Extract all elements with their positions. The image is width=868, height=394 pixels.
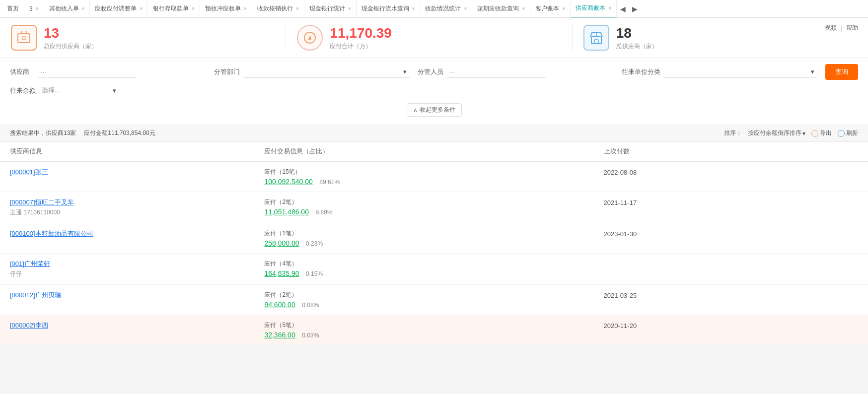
query-button[interactable]: 查询 [825,64,858,80]
close-icon[interactable]: × [296,6,299,11]
supplier-label: 供应商 [10,67,35,76]
nav-arrow-right[interactable]: ▶ [629,0,641,18]
nav-tab-prepay[interactable]: 预收冲应收单 × [200,0,252,18]
trans-amount-row: 100,092,540.00 89.61% [264,178,603,186]
nav-tab-bank-deposit[interactable]: 银行存取款单 × [148,0,200,18]
result-amount-text: 应付金额111,703,854.00元 [84,129,155,137]
category-label: 往来单位分类 [622,67,660,76]
close-icon[interactable]: × [82,6,85,11]
nav-tab-customer-ledger[interactable]: 客户账本 × [530,0,571,18]
supplier-input[interactable] [38,66,137,78]
nav-tab-home-label: 首页 [7,4,19,13]
trans-amount-link[interactable]: 94,600.00 [264,301,295,309]
export-button[interactable]: 导出 [811,129,832,137]
close-icon[interactable]: × [140,6,143,11]
supplier-link[interactable]: [000100]本特勤油品有限公司 [10,229,264,238]
close-icon[interactable]: × [36,6,39,11]
chevron-down-icon: ▾ [811,68,814,75]
balance-select[interactable]: 选择... ▾ [39,84,119,97]
trans-pct: 0.23% [306,240,323,247]
trans-label: 应付（5笔） [264,321,603,329]
transaction-cell: 应付（2笔） 11,051,486.00 9.89% [264,198,603,216]
trans-amount-link[interactable]: 100,092,540.00 [264,178,312,186]
help-link[interactable]: 帮助 [846,24,858,32]
close-icon[interactable]: × [464,6,467,11]
payable-total-value: 11,170.39 [330,25,392,42]
supplier-link[interactable]: [000007]恒旺二手叉车 [10,198,264,207]
trans-amount-link[interactable]: 258,000.00 [264,239,299,247]
close-icon[interactable]: × [348,6,351,11]
nav-tab-adjustment[interactable]: 应收应付调整单 × [90,0,148,18]
supplier-info-cell: [000100]本特勤油品有限公司 [10,229,264,238]
supplier-info-cell: [000001]张三 [10,168,264,177]
refresh-icon [838,130,845,137]
data-table: 供应商信息 应付交易信息（占比） 上次付数 [000001]张三 应付（15笔）… [0,142,868,345]
trans-amount-link[interactable]: 164,635.90 [264,269,299,277]
nav-tab-cash-flow-label: 现金银行流水查询 [362,4,409,13]
filter-item-supplier: 供应商 [10,66,206,78]
supplier-link[interactable]: [001]广州荣轩 [10,260,264,268]
summary-item-total-suppliers: 18 总供应商（家） [573,24,858,52]
person-input[interactable] [446,66,546,78]
table-row: [001]广州荣轩 仔仔 应付（4笔） 164,635.90 0.15% [0,254,868,285]
trans-amount-row: 94,600.00 0.08% [264,301,603,309]
filter-item-department: 分管部门 ▾ [214,66,410,78]
sort-chevron-icon: ▾ [802,130,805,137]
supplier-info-cell: [000012]广州贝瑞 [10,291,264,300]
nav-tab-cash-flow[interactable]: 现金银行流水查询 × [357,0,421,18]
nav-tab-overdue[interactable]: 超期应收款查询 × [472,0,530,18]
supplier-link[interactable]: [000002]李四 [10,321,264,330]
col-header-lastpay: 上次付数 [604,147,858,156]
export-icon [811,130,818,137]
close-icon[interactable]: × [192,6,195,11]
arrow-left-icon: ◀ [620,5,626,13]
close-icon[interactable]: × [608,5,611,11]
nav-tab-cash-stats[interactable]: 现金银行统计 × [304,0,357,18]
close-icon[interactable]: × [562,6,565,11]
nav-tab-collection[interactable]: 收款核销执行 × [252,0,304,18]
lastpay-cell: 2020-11-20 [604,321,858,329]
trans-amount-link[interactable]: 32,366.00 [264,331,295,339]
svg-rect-1 [22,37,25,40]
nav-tab-home[interactable]: 首页 [2,0,24,18]
close-icon[interactable]: × [522,6,525,11]
nav-tab-other-income[interactable]: 其他收入单 × [44,0,90,18]
nav-tab-collection-stats[interactable]: 收款情况统计 × [420,0,472,18]
trans-amount-row: 11,051,486.00 9.89% [264,208,603,216]
nav-tab-3[interactable]: 3 × [24,0,44,18]
total-suppliers-count: 18 [616,25,658,42]
trans-label: 应付（1笔） [264,229,603,238]
filter-item-balance: 往来余额 选择... ▾ [10,84,119,97]
supplier-link[interactable]: [000001]张三 [10,168,264,177]
sort-prefix: 排序： [724,129,742,137]
department-select[interactable]: ▾ [243,66,410,78]
nav-arrow-left[interactable]: ◀ [617,0,629,18]
close-icon[interactable]: × [412,6,415,11]
trans-amount-link[interactable]: 11,051,486.00 [264,208,309,216]
summary-icon-store [582,24,610,52]
trans-amount-row: 164,635.90 0.15% [264,269,603,277]
transaction-cell: 应付（15笔） 100,092,540.00 89.61% [264,168,603,186]
filter-item-person: 分管人员 [418,66,614,78]
supplier-info-cell: [000007]恒旺二手叉车 王通 17106110000 [10,198,264,217]
nav-tab-cash-stats-label: 现金银行统计 [309,4,345,13]
refresh-label: 刷新 [846,129,858,137]
close-icon[interactable]: × [244,6,247,11]
video-link[interactable]: 视频 [825,24,837,32]
sort-select[interactable]: 按应付余额倒序排序 ▾ [748,129,805,137]
nav-tab-supplier-ledger[interactable]: 供应商账本 × [571,0,617,18]
payable-total-label: 应付合计（万） [330,42,392,51]
trans-amount-row: 258,000.00 0.23% [264,239,603,247]
total-suppliers-label: 总供应商（家） [616,42,658,51]
table-row: [000002]李四 应付（5笔） 32,366.00 0.03% 2020-1… [0,315,868,345]
balance-label: 往来余额 [10,86,36,95]
refresh-button[interactable]: 刷新 [838,129,858,137]
supplier-link[interactable]: [000012]广州贝瑞 [10,291,264,300]
supplier-sub-info: 王通 17106110000 [10,208,264,217]
money-icon: ¥ [297,25,323,51]
chevron-down-icon: ▾ [113,87,116,94]
svg-rect-4 [591,37,601,44]
payable-suppliers-label: 总应付供应商（家） [44,42,97,51]
category-select[interactable]: ▾ [663,66,818,78]
collapse-button[interactable]: ∧ 收起更多条件 [407,103,462,117]
